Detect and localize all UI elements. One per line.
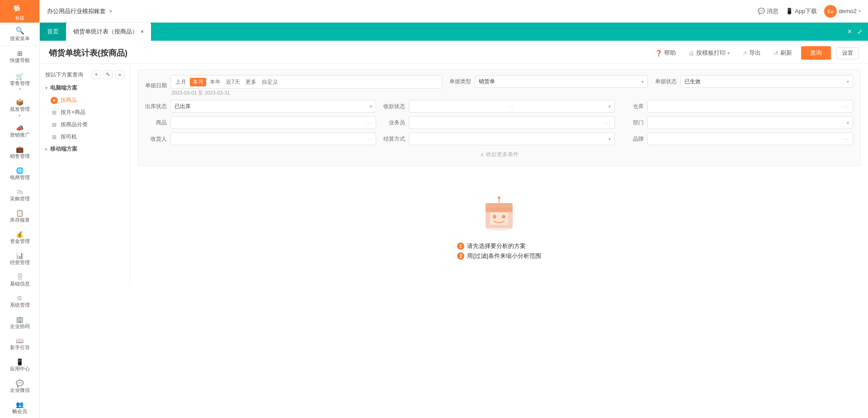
receivestatus-input[interactable]: ··· ▾ — [409, 100, 614, 113]
sidebar-item-guide[interactable]: 📖 新手引导 — [0, 333, 39, 355]
tab-stats[interactable]: 销货单统计表（按商品） × — [66, 23, 151, 41]
date-btn-lastmonth[interactable]: 上月 — [174, 78, 188, 86]
collapse-panel-btn[interactable]: « — [115, 70, 124, 79]
filter-col-warehouse: 仓库 ··· — [622, 100, 853, 113]
sidebar-item-finance[interactable]: 💰 资金管理 — [0, 227, 39, 248]
date-btn-more[interactable]: 更多 — [244, 78, 258, 86]
message-btn[interactable]: 💬 消息 — [758, 7, 778, 15]
brand-input[interactable]: ··· — [647, 133, 853, 145]
doctype-input[interactable]: 销货单 ▾ — [475, 75, 647, 88]
filter-col-receiver: 收货人 ··· — [145, 133, 376, 145]
help-icon: ❓ — [655, 50, 662, 57]
tree-group-mobile[interactable]: ▸ 移动端方案 — [40, 143, 130, 155]
svg-text:畅: 畅 — [14, 5, 20, 12]
settings-btn[interactable]: 设置 — [836, 47, 859, 59]
enterprise-icon: 🏢 — [16, 316, 24, 323]
sidebar-item-ecommerce[interactable]: 🌐 电商管理 — [0, 163, 39, 185]
help-btn[interactable]: ❓ 帮助 — [651, 47, 679, 59]
collapse-chevron-icon: ∧ — [480, 152, 484, 158]
sidebar-item-system[interactable]: ⚙ 系统管理 — [0, 291, 39, 312]
system-icon: ⚙ — [17, 294, 23, 302]
doctype-label: 单据类型 — [449, 78, 471, 86]
retail-icon: 🛒 — [16, 73, 24, 80]
tab-bar-actions: × ⤢ — [842, 28, 868, 36]
operations-label: 经营管理 — [10, 259, 30, 266]
date-btn-thisyear[interactable]: 本年 — [208, 78, 222, 86]
page-header: 销货单统计表(按商品) ❓ 帮助 🖨 按模板打印 ▾ ↗ 导出 ↺ 刷新 — [40, 41, 868, 64]
app-download-btn[interactable]: 📱 App下载 — [786, 7, 817, 15]
filter-section: 单据日期 上月 本月 本年 近7天 更多 自定义 20 — [137, 69, 861, 166]
left-panel-actions: + ✎ « — [92, 70, 124, 79]
tab-window-maximize[interactable]: ⤢ — [857, 28, 863, 35]
sidebar-item-operations[interactable]: 📊 经营管理 — [0, 248, 39, 270]
tree-item-bygoodscategory[interactable]: ⊞ 按商品分类 — [40, 119, 130, 131]
export-btn[interactable]: ↗ 导出 — [739, 47, 764, 59]
salesperson-input[interactable]: ··· — [409, 116, 614, 129]
outstatus-value: 已出库 — [175, 103, 191, 110]
sidebar-item-enterprise[interactable]: 🏢 企业协同 — [0, 312, 39, 333]
outstatus-input[interactable]: 已出库 ▾ — [170, 100, 376, 113]
sidebar-item-inventory[interactable]: 📋 库存核算 — [0, 206, 39, 227]
sidebar-item-marketing[interactable]: 📣 营销推广 — [0, 121, 39, 142]
sidebar-item-procurement[interactable]: 🛍 采购管理 — [0, 185, 39, 206]
date-btn-custom[interactable]: 自定义 — [260, 78, 280, 86]
dept-input[interactable]: ▾ — [647, 116, 853, 129]
doctype-value: 销货单 — [479, 78, 495, 86]
sidebar-item-wholesale[interactable]: 📦 批发管理 ▴ — [0, 95, 39, 121]
docstatus-input[interactable]: 已生效 ▾ — [680, 75, 853, 88]
sidebar-item-retail[interactable]: 🛒 零售管理 ▾ — [0, 69, 39, 95]
empty-state: 1 请先选择要分析的方案 2 用[过滤]条件来缩小分析范围 — [137, 171, 861, 280]
refresh-label: 刷新 — [780, 49, 792, 57]
sidebar-item-appcenter[interactable]: 📱 应用中心 — [0, 355, 39, 376]
tab-window-close[interactable]: × — [848, 28, 852, 36]
system-label: 系统管理 — [10, 302, 30, 309]
message-label: 消息 — [767, 7, 778, 15]
tree-group-desktop[interactable]: ▾ 电脑端方案 — [40, 82, 130, 94]
refresh-btn[interactable]: ↺ 刷新 — [770, 47, 796, 59]
add-scheme-btn[interactable]: + — [92, 70, 101, 79]
main-area: 办公用品行业模拟账套 ▾ 💬 消息 📱 App下载 Ea demo2 ▾ 首 — [40, 0, 868, 418]
salesperson-dots: ··· — [604, 119, 611, 126]
inventory-label: 库存核算 — [10, 217, 30, 223]
member-label: 畅会员 — [12, 408, 27, 415]
tree-item-bymonthgoods-label: 按月+商品 — [61, 109, 85, 116]
sidebar-item-member[interactable]: 👥 畅会员 — [0, 397, 39, 418]
suite-title: 办公用品行业模拟账套 — [47, 7, 106, 15]
filter-col-payment: 结算方式 ▾ — [383, 133, 614, 145]
tree-item-bymonthgoods[interactable]: ⊞ 按月+商品 — [40, 106, 130, 119]
sales-label: 销售管理 — [10, 153, 30, 160]
query-btn[interactable]: 查询 — [801, 46, 831, 60]
edit-scheme-btn[interactable]: ✎ — [104, 70, 113, 79]
user-menu-btn[interactable]: Ea demo2 ▾ — [824, 5, 861, 18]
filter-col-salesperson: 业务员 ··· — [383, 116, 614, 129]
svg-point-10 — [498, 196, 500, 199]
tab-home[interactable]: 首页 — [40, 23, 66, 41]
print-btn[interactable]: 🖨 按模板打印 ▾ — [685, 47, 733, 59]
tab-stats-close[interactable]: × — [141, 28, 144, 35]
operations-icon: 📊 — [16, 252, 24, 259]
empty-item-1: 1 请先选择要分析的方案 — [457, 242, 541, 250]
goods-input[interactable]: ··· — [170, 116, 376, 129]
quicknav-label: 快捷导航 — [10, 57, 30, 64]
date-btn-thismonth[interactable]: 本月 — [190, 78, 206, 86]
sidebar-item-basic[interactable]: 🗄 基础信息 — [0, 270, 39, 291]
tree-item-bygoods[interactable]: ● 按商品 — [40, 94, 130, 106]
warehouse-label: 仓库 — [622, 103, 644, 110]
search-menu-item[interactable]: 🔍 🔍 搜索菜单 — [0, 23, 39, 46]
payment-input[interactable]: ▾ — [409, 133, 614, 145]
content-area: 销货单统计表(按商品) ❓ 帮助 🖨 按模板打印 ▾ ↗ 导出 ↺ 刷新 — [40, 41, 868, 418]
sidebar-item-quicknav[interactable]: ⊞ 快捷导航 — [0, 46, 39, 67]
doctype-arrow: ▾ — [642, 79, 644, 84]
warehouse-input[interactable]: ··· — [647, 100, 853, 113]
header-right: 💬 消息 📱 App下载 Ea demo2 ▾ — [758, 5, 861, 18]
filter-col-date: 单据日期 上月 本月 本年 近7天 更多 自定义 20 — [145, 75, 442, 96]
tree-item-bycopier[interactable]: ⊞ 按司机 — [40, 131, 130, 143]
filter-col-doctype: 单据类型 销货单 ▾ — [449, 75, 647, 88]
sidebar-item-sales[interactable]: 💼 销售管理 — [0, 142, 39, 163]
sidebar-item-wechat[interactable]: 💬 企业微信 — [0, 376, 39, 397]
tab-bar: 首页 销货单统计表（按商品） × × ⤢ — [40, 23, 868, 41]
collapse-bar[interactable]: ∧ 收起更多条件 — [145, 149, 853, 160]
date-btn-7days[interactable]: 近7天 — [224, 78, 242, 86]
receiver-input[interactable]: ··· — [170, 133, 376, 145]
top-header: 办公用品行业模拟账套 ▾ 💬 消息 📱 App下载 Ea demo2 ▾ — [40, 0, 868, 23]
